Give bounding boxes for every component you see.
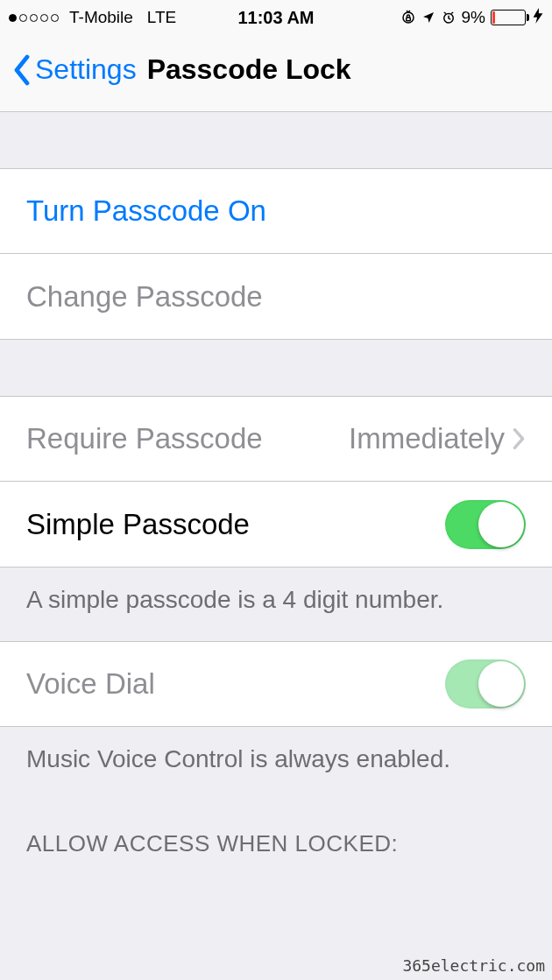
require-passcode-row[interactable]: Require Passcode Immediately	[0, 396, 552, 482]
chevron-left-icon	[12, 54, 32, 86]
change-passcode-button[interactable]: Change Passcode	[0, 254, 552, 340]
battery-icon	[491, 10, 526, 25]
alarm-icon	[441, 10, 456, 25]
back-label: Settings	[35, 53, 137, 86]
voice-dial-footer: Music Voice Control is always enabled.	[0, 727, 552, 800]
page-title: Passcode Lock	[147, 53, 351, 86]
cell-label: Voice Dial	[26, 667, 445, 701]
allow-access-header: ALLOW ACCESS WHEN LOCKED:	[0, 800, 552, 866]
signal-strength-icon	[9, 14, 59, 22]
watermark-label: 365electric.com	[402, 956, 545, 975]
charging-icon	[533, 8, 543, 28]
simple-passcode-footer: A simple passcode is a 4 digit number.	[0, 568, 552, 641]
orientation-lock-icon	[400, 10, 416, 25]
cell-label: Require Passcode	[26, 422, 349, 455]
battery-percent-label: 9%	[462, 8, 485, 27]
cell-value: Immediately	[349, 422, 505, 455]
status-right: 9%	[400, 8, 543, 28]
turn-passcode-on-button[interactable]: Turn Passcode On	[0, 168, 552, 254]
cell-label: Turn Passcode On	[26, 194, 526, 228]
back-button[interactable]: Settings	[12, 53, 137, 86]
nav-header: Settings Passcode Lock	[0, 35, 552, 112]
cell-label: Change Passcode	[26, 280, 526, 314]
network-label: LTE	[147, 8, 176, 27]
section-gap	[0, 112, 552, 168]
carrier-label: T-Mobile	[69, 8, 133, 27]
location-icon	[421, 11, 435, 25]
cell-label: Simple Passcode	[26, 508, 445, 541]
simple-passcode-toggle[interactable]	[445, 500, 526, 549]
status-bar: T-Mobile LTE 11:03 AM 9%	[0, 0, 552, 35]
svg-rect-1	[406, 18, 410, 21]
simple-passcode-row: Simple Passcode	[0, 482, 552, 568]
voice-dial-toggle[interactable]	[445, 659, 526, 709]
section-gap	[0, 340, 552, 396]
voice-dial-row: Voice Dial	[0, 641, 552, 727]
status-left: T-Mobile LTE	[9, 8, 176, 27]
chevron-right-icon	[512, 427, 526, 451]
